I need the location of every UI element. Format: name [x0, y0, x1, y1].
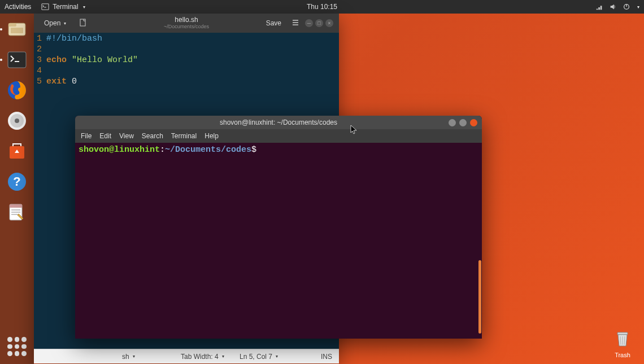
software-icon [6, 141, 28, 162]
new-doc-icon [79, 18, 88, 27]
svg-rect-0 [42, 4, 49, 10]
terminal-scrollbar[interactable] [478, 143, 481, 339]
dock-rhythmbox[interactable] [5, 108, 29, 133]
close-button[interactable]: × [325, 19, 333, 27]
dropdown-icon: ▾ [133, 354, 135, 359]
app-menu-label: Terminal [53, 3, 78, 11]
app-menu[interactable]: Terminal ▾ [41, 3, 85, 11]
launcher-dock: ? [0, 14, 34, 364]
dock-files[interactable] [5, 17, 29, 42]
trash-icon [612, 328, 633, 348]
trash-desktop-icon[interactable]: Trash [611, 327, 634, 358]
dock-software[interactable] [5, 139, 29, 164]
menu-help[interactable]: Help [204, 132, 219, 140]
maximize-button[interactable]: □ [315, 19, 323, 27]
clock[interactable]: Thu 10:15 [307, 3, 337, 11]
menu-edit[interactable]: Edit [99, 132, 111, 140]
top-bar: Activities Terminal ▾ Thu 10:15 ▾ [0, 0, 644, 14]
dropdown-icon: ▾ [276, 354, 278, 359]
trash-label: Trash [615, 352, 630, 358]
menu-file[interactable]: File [81, 132, 92, 140]
gedit-headerbar: Open ▾ hello.sh ~/Documents/codes Save ─… [34, 14, 339, 33]
line-number-gutter: 1 2 3 4 5 [34, 33, 44, 349]
open-button[interactable]: Open ▾ [40, 17, 71, 29]
close-button[interactable] [470, 119, 477, 126]
minimize-button[interactable] [449, 119, 456, 126]
menu-view[interactable]: View [119, 132, 134, 140]
scrollbar-thumb[interactable] [478, 260, 481, 334]
svg-rect-15 [10, 204, 22, 208]
svg-rect-23 [80, 19, 85, 26]
prompt-line: shovon@linuxhint:~/Documents/codes$ [79, 145, 478, 155]
show-applications-button[interactable] [7, 337, 27, 356]
firefox-icon [6, 80, 28, 101]
gedit-statusbar: sh ▾ Tab Width: 4 ▾ Ln 5, Col 7 ▾ INS [34, 349, 339, 363]
terminal-menu-icon [41, 3, 49, 11]
svg-rect-6 [8, 52, 26, 68]
system-tray[interactable]: ▾ [595, 3, 639, 11]
svg-point-10 [15, 119, 19, 123]
cursor-position[interactable]: Ln 5, Col 7 ▾ [240, 353, 307, 361]
tabwidth-selector[interactable]: Tab Width: 4 ▾ [181, 353, 226, 361]
hamburger-icon [291, 19, 299, 27]
volume-icon[interactable] [609, 3, 617, 11]
gedit-filepath: ~/Documents/codes [164, 24, 209, 30]
save-button[interactable]: Save [262, 17, 286, 29]
svg-rect-5 [11, 28, 23, 33]
insert-mode-indicator[interactable]: INS [321, 353, 332, 361]
terminal-body[interactable]: shovon@linuxhint:~/Documents/codes$ [75, 143, 482, 339]
dock-firefox[interactable] [5, 78, 29, 103]
mouse-cursor [350, 125, 357, 135]
menu-terminal[interactable]: Terminal [171, 132, 197, 140]
new-document-button[interactable] [79, 18, 88, 29]
dropdown-icon: ▾ [64, 21, 66, 26]
dropdown-icon: ▾ [222, 354, 224, 359]
system-menu-dropdown-icon: ▾ [637, 5, 639, 10]
terminal-menubar: File Edit View Search Terminal Help [75, 129, 482, 143]
dock-text-editor[interactable] [5, 200, 29, 225]
rhythmbox-icon [6, 110, 28, 131]
svg-text:?: ? [13, 174, 20, 188]
dock-help[interactable]: ? [5, 169, 29, 194]
svg-rect-19 [617, 332, 628, 335]
activities-button[interactable]: Activities [5, 3, 31, 11]
help-icon: ? [6, 171, 28, 192]
dock-terminal[interactable] [5, 47, 29, 72]
terminal-titlebar[interactable]: shovon@linuxhint: ~/Documents/codes [75, 116, 482, 129]
files-icon [6, 19, 28, 40]
dropdown-icon: ▾ [83, 5, 85, 10]
gedit-title: hello.sh ~/Documents/codes [164, 16, 209, 29]
maximize-button[interactable] [459, 119, 467, 126]
terminal-window: shovon@linuxhint: ~/Documents/codes File… [75, 116, 482, 339]
network-icon[interactable] [595, 3, 603, 11]
svg-rect-4 [8, 23, 16, 27]
language-selector[interactable]: sh ▾ [122, 353, 167, 361]
terminal-title-text: shovon@linuxhint: ~/Documents/codes [220, 119, 337, 126]
menu-search[interactable]: Search [142, 132, 163, 140]
hamburger-menu-button[interactable] [291, 19, 299, 28]
power-icon[interactable] [623, 3, 630, 11]
terminal-icon [6, 49, 28, 71]
text-editor-icon [6, 201, 28, 223]
minimize-button[interactable]: ─ [305, 19, 313, 27]
